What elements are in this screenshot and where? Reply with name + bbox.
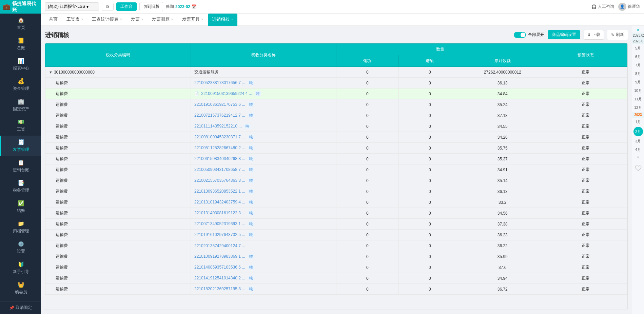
favorite-icon[interactable]	[633, 163, 643, 174]
sidebar-item-close-accounts[interactable]: ✅ 结账	[0, 197, 41, 217]
sidebar-item-label: 结账	[17, 208, 25, 214]
sales-cell: 0	[336, 164, 399, 175]
sidebar-item-home[interactable]: 🏠 首页	[0, 14, 41, 34]
month-jan[interactable]: 1月	[632, 118, 644, 126]
close-icon[interactable]: ×	[231, 17, 233, 21]
invoice-code-cell: 📄 2210091503139659224 4 ... 吨	[191, 89, 336, 99]
table-row[interactable]: 运输费 2210050903431708658 7 ... 吨 0 0 34.9…	[45, 164, 627, 175]
calendar-nav-down[interactable]: ▼	[635, 154, 641, 161]
tab-salary-table[interactable]: 工资表 ×	[62, 14, 87, 26]
col-qty-group-header: 数量	[336, 44, 544, 55]
tab-invoice[interactable]: 发票 ×	[127, 14, 147, 26]
month-dec[interactable]: 12月	[632, 103, 644, 112]
sidebar-item-assets[interactable]: 🏢 固定资产	[0, 95, 41, 115]
tab-invoice-issue[interactable]: 发票开具 ×	[178, 14, 207, 26]
table-row[interactable]: 运输费 2210130936520853522 1 ... 吨 0 0 36.1…	[45, 186, 627, 197]
table-row[interactable]: 运输费 2210072157376219412 7 ... 吨 0 0 37.1…	[45, 110, 627, 121]
sidebar-item-purchase-sales[interactable]: 📋 进销台账	[0, 156, 41, 176]
month-oct[interactable]: 10月	[632, 86, 644, 95]
close-icon[interactable]: ×	[141, 17, 143, 21]
month-aug[interactable]: 8月	[632, 70, 644, 78]
close-icon[interactable]: ×	[120, 17, 122, 21]
chevron-down-icon: ▾	[86, 4, 89, 9]
product-code-settings-button[interactable]: 商品编码设置	[548, 30, 580, 39]
calendar-panel: ▲ 2023.02 2023.0 5月 6月 7月 8月 9月 10月 11月 …	[632, 26, 644, 314]
workspace-button[interactable]: 工作台	[116, 2, 137, 11]
download-button[interactable]: ⬇ 下载	[584, 30, 604, 40]
item-name: 运输费	[56, 178, 68, 183]
sidebar-item-finance[interactable]: 💰 资金管理	[0, 75, 41, 95]
month-sep[interactable]: 9月	[632, 78, 644, 86]
tab-reconciliation[interactable]: 进销稽核 ×	[208, 14, 237, 26]
table-row[interactable]: 运输费 2210061508340340268 8 ... 吨 0 0 35.3…	[45, 154, 627, 164]
close-icon[interactable]: ×	[81, 17, 83, 21]
support-button[interactable]: 🎧 人工咨询	[591, 4, 614, 9]
purchase-cell: 0	[398, 262, 461, 273]
sidebar-item-tax[interactable]: 📑 税务管理	[0, 176, 41, 197]
company-selector[interactable]: (勿动) 江西报宝-LSS ▾	[45, 2, 99, 11]
tab-salary-stats[interactable]: 工资统计报表 ×	[88, 14, 126, 26]
table-row[interactable]: 运输费 📄 2210091503139659224 4 ... 吨 0 0 34…	[45, 89, 627, 99]
table-row[interactable]: 运输费 2210131403081619122 3 ... 吨 0 0 34.5…	[45, 208, 627, 219]
company-name: (勿动) 江西报宝-LSS	[48, 4, 85, 9]
close-icon[interactable]: ×	[201, 17, 203, 21]
table-row[interactable]: 运输费 2210201357429400124 7 ... 0 0 36.22 …	[45, 240, 627, 251]
sidebar-item-member[interactable]: 👑 畅会员	[0, 278, 41, 298]
expand-all-toggle[interactable]: 全部展开	[514, 32, 544, 38]
table-row[interactable]: 运输费 2210191610297643732 5 ... 吨 0 0 36.2…	[45, 230, 627, 240]
table-row[interactable]: 运输费 2210071349052319693 1 ... 吨 0 0 37.3…	[45, 219, 627, 230]
status-cell: 正常	[544, 251, 627, 262]
sidebar-item-ledger[interactable]: 📒 总账	[0, 34, 41, 54]
unpin-label: 取消固定	[16, 305, 32, 311]
month-apr[interactable]: 4月	[632, 145, 644, 154]
sidebar-unpin-button[interactable]: 📌 取消固定	[0, 301, 41, 314]
purchase-cell: 0	[398, 251, 461, 262]
sales-cell: 0	[336, 273, 399, 284]
table-row[interactable]: 运输费 2210021557035764363 3 ... 吨 0 0 35.1…	[45, 175, 627, 186]
copy-button[interactable]: ⧉	[102, 3, 114, 11]
page-title: 进销稽核	[45, 31, 69, 39]
unit-badge: 吨	[248, 211, 254, 215]
sidebar-item-archive[interactable]: 📁 归档管理	[0, 217, 41, 237]
month-feb-active[interactable]: 2月	[633, 127, 643, 136]
status-cell: 正常	[544, 154, 627, 164]
table-row[interactable]: 运输费 2210100919278983869 1 ... 吨 0 0 35.9…	[45, 251, 627, 262]
table-row[interactable]: 运输费 2210191036192170753 6 ... 吨 0 0 35.2…	[45, 99, 627, 110]
table-row[interactable]: 运输费 2210141912541014340 2 ... 吨 0 0 34.9…	[45, 273, 627, 284]
calendar-icon[interactable]: 📅	[192, 4, 197, 9]
refresh-button[interactable]: ↻ 刷新	[607, 30, 628, 40]
sidebar-item-invoice[interactable]: 🧾 发票管理	[0, 136, 41, 156]
table-row[interactable]: 运输费 2210081009453230371 7 ... 吨 0 0 34.2…	[45, 132, 627, 143]
month-nov[interactable]: 11月	[632, 95, 644, 103]
switch-version-button[interactable]: 切到旧版	[139, 2, 163, 11]
cumulative-cell: 36.13	[461, 186, 544, 197]
month-jun[interactable]: 6月	[632, 53, 644, 61]
invoice-code-cell: 2210182021269257195 8 ... 吨	[191, 284, 336, 295]
table-row[interactable]: 运输费 2210051125282667480 2 ... 吨 0 0 35.7…	[45, 143, 627, 154]
tab-invoice-calc[interactable]: 发票测算 ×	[148, 14, 177, 26]
table-row[interactable]: ▼301000000000000000 交通运输服务 0 0 27262.400…	[45, 67, 627, 78]
main-area: (勿动) 江西报宝-LSS ▾ ⧉ 工作台 切到旧版 账期 2023-02 📅 …	[41, 0, 644, 314]
month-jul[interactable]: 7月	[632, 61, 644, 70]
sidebar-item-salary[interactable]: 💵 工资	[0, 115, 41, 136]
table-row[interactable]: 运输费 2210131019432403759 4 ... 吨 0 0 33.2…	[45, 197, 627, 208]
home-icon: 🏠	[18, 17, 24, 23]
table-row[interactable]: 运输费 2210111143592152210 ... 吨 0 0 34.55 …	[45, 121, 627, 132]
table-row[interactable]: 运输费 2210182021269257195 8 ... 吨 0 0 36.7…	[45, 284, 627, 295]
month-mar[interactable]: 3月	[632, 137, 644, 145]
table-row[interactable]: 运输费 2210052338178017656 7 ... 吨 0 0 36.1…	[45, 78, 627, 89]
item-name: 运输费	[56, 287, 68, 291]
table-row[interactable]: 运输费 2210140859357103536 6 ... 吨 0 0 37.6…	[45, 262, 627, 273]
month-may[interactable]: 5月	[632, 44, 644, 53]
calendar-nav-up[interactable]: ▲	[635, 26, 641, 33]
invoice-code-cell: 2210072157376219412 7 ... 吨	[191, 110, 336, 121]
close-icon[interactable]: ×	[171, 17, 173, 21]
tab-home[interactable]: 首页	[45, 14, 62, 26]
col-purchase-header: 进项	[398, 55, 461, 67]
archive-icon: 📁	[18, 220, 24, 227]
item-name: 运输费	[56, 254, 68, 259]
sidebar-item-settings[interactable]: ⚙️ 设置	[0, 237, 41, 258]
sidebar-item-reports[interactable]: 📊 报表中心	[0, 54, 41, 75]
user-menu[interactable]: 👤 徐涯华	[618, 3, 640, 11]
sidebar-item-guide[interactable]: 🔰 新手引导	[0, 258, 41, 278]
